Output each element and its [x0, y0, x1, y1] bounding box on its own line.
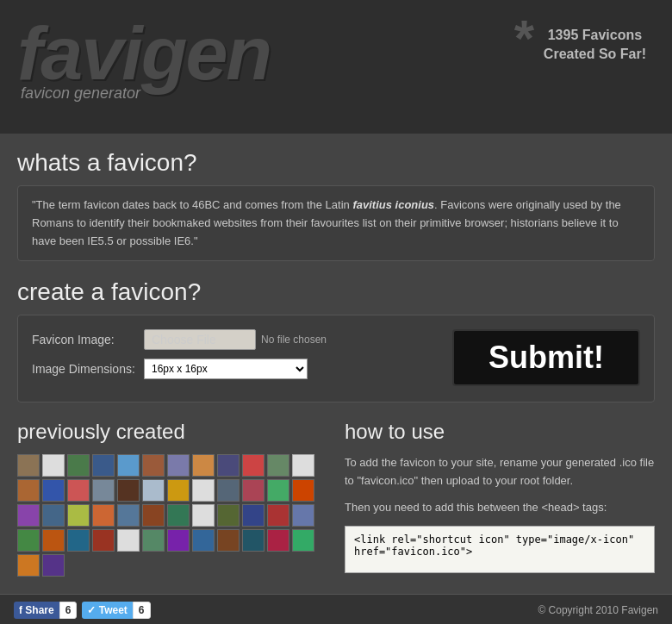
- create-favicon-section: Favicon Image: Choose File No file chose…: [17, 315, 655, 402]
- favicon-thumb[interactable]: [267, 454, 289, 477]
- social-buttons: f Share 6 ✓ Tweet 6: [14, 602, 151, 619]
- dimensions-select[interactable]: 16px x 16px 32px x 32px 64px x 64px: [144, 359, 308, 379]
- twitter-label[interactable]: ✓ Tweet: [82, 602, 132, 619]
- submit-button[interactable]: Submit!: [452, 329, 640, 386]
- asterisk-icon: *: [514, 9, 534, 68]
- favicon-thumb[interactable]: [192, 504, 215, 527]
- favicon-thumb[interactable]: [267, 504, 289, 527]
- favicon-thumb[interactable]: [142, 479, 165, 502]
- how-to-use-section: how to use To add the favicon to your si…: [345, 420, 655, 577]
- latin-term: favitius iconius: [352, 198, 434, 211]
- favicon-thumb[interactable]: [17, 504, 40, 527]
- footer: f Share 6 ✓ Tweet 6 © Copyright 2010 Fav…: [0, 594, 672, 624]
- how-to-step1: To add the favicon to your site, rename …: [345, 454, 655, 490]
- dimensions-controls: 16px x 16px 32px x 32px 64px x 64px: [144, 359, 452, 379]
- favicon-thumb[interactable]: [42, 554, 65, 577]
- favicon-thumb[interactable]: [117, 454, 140, 477]
- favicon-thumb[interactable]: [167, 454, 190, 477]
- favicon-thumb[interactable]: [242, 529, 264, 552]
- favicon-thumb[interactable]: [192, 529, 215, 552]
- whats-favicon-title: whats a favicon?: [17, 149, 655, 177]
- favicon-thumb[interactable]: [42, 479, 65, 502]
- favicon-thumb[interactable]: [67, 454, 90, 477]
- favicon-counter: 1395 Favicons Created So Far!: [544, 26, 646, 65]
- favicon-thumb[interactable]: [267, 479, 289, 502]
- favicon-thumb[interactable]: [167, 504, 190, 527]
- favicon-thumb[interactable]: [242, 504, 264, 527]
- favicon-thumb[interactable]: [242, 454, 264, 477]
- choose-file-button[interactable]: Choose File: [144, 329, 256, 350]
- subtitle: favicon generator: [17, 84, 655, 103]
- favicon-thumb[interactable]: [17, 479, 40, 502]
- favicon-thumb[interactable]: [217, 529, 240, 552]
- favicon-thumb[interactable]: [92, 529, 115, 552]
- favicon-thumb[interactable]: [167, 479, 190, 502]
- form-submit-row: Favicon Image: Choose File No file chose…: [32, 329, 640, 388]
- favicon-thumb[interactable]: [117, 504, 140, 527]
- favicon-image-row: Favicon Image: Choose File No file chose…: [32, 329, 452, 350]
- favicon-thumb[interactable]: [142, 529, 165, 552]
- form-fields: Favicon Image: Choose File No file chose…: [32, 329, 452, 388]
- counter-line1: 1395 Favicons: [548, 28, 642, 42]
- header: favigen favicon generator * 1395 Favicon…: [0, 0, 672, 134]
- favicon-thumb[interactable]: [92, 504, 115, 527]
- favicon-thumb[interactable]: [217, 454, 240, 477]
- favicon-thumb[interactable]: [167, 529, 190, 552]
- dimensions-label: Image Dimensions:: [32, 362, 144, 376]
- create-favicon-title: create a favicon?: [17, 278, 655, 306]
- how-to-step2: Then you need to add this between the <h…: [345, 499, 655, 517]
- copyright-text: © Copyright 2010 Favigen: [538, 604, 658, 616]
- favicon-thumb[interactable]: [92, 479, 115, 502]
- file-input-controls: Choose File No file chosen: [144, 329, 452, 350]
- favicon-thumb[interactable]: [17, 529, 40, 552]
- favicon-thumb[interactable]: [292, 479, 314, 502]
- favicon-thumb[interactable]: [67, 504, 90, 527]
- how-to-use-title: how to use: [345, 420, 655, 444]
- favicon-thumb[interactable]: [42, 504, 65, 527]
- favicon-thumbnail-grid: [17, 454, 327, 577]
- favicon-thumb[interactable]: [67, 479, 90, 502]
- twitter-tweet-button[interactable]: ✓ Tweet 6: [82, 602, 150, 619]
- favicon-thumb[interactable]: [217, 504, 240, 527]
- favicon-thumb[interactable]: [142, 454, 165, 477]
- facebook-count: 6: [59, 602, 78, 619]
- favicon-thumb[interactable]: [92, 454, 115, 477]
- favicon-thumb[interactable]: [67, 529, 90, 552]
- image-dimensions-row: Image Dimensions: 16px x 16px 32px x 32p…: [32, 359, 452, 379]
- favicon-thumb[interactable]: [17, 554, 40, 577]
- favicon-thumb[interactable]: [192, 479, 215, 502]
- counter-line2: Created So Far!: [544, 47, 646, 61]
- description-prefix: "The term favicon dates back to 46BC and…: [32, 198, 352, 211]
- favicon-thumb[interactable]: [292, 529, 314, 552]
- favicon-thumb[interactable]: [42, 529, 65, 552]
- whats-favicon-description: "The term favicon dates back to 46BC and…: [17, 185, 655, 261]
- favicon-thumb[interactable]: [192, 454, 215, 477]
- previously-created-title: previously created: [17, 420, 327, 444]
- facebook-share-button[interactable]: f Share 6: [14, 602, 77, 619]
- favicon-thumb[interactable]: [217, 479, 240, 502]
- favicon-thumb[interactable]: [42, 454, 65, 477]
- favicon-thumb[interactable]: [17, 454, 40, 477]
- code-snippet[interactable]: <link rel="shortcut icon" type="image/x-…: [345, 526, 655, 573]
- favicon-thumb[interactable]: [242, 479, 264, 502]
- file-name-display: No file chosen: [261, 334, 327, 346]
- previously-created-section: previously created: [17, 420, 327, 577]
- favicon-thumb[interactable]: [267, 529, 289, 552]
- favicon-thumb[interactable]: [142, 504, 165, 527]
- favicon-thumb[interactable]: [117, 479, 140, 502]
- facebook-label[interactable]: f Share: [14, 602, 59, 619]
- favicon-image-label: Favicon Image:: [32, 333, 144, 346]
- main-content: whats a favicon? "The term favicon dates…: [0, 134, 672, 594]
- favicon-thumb[interactable]: [292, 454, 314, 477]
- bottom-section: previously created how to use To add the…: [17, 420, 655, 577]
- twitter-count: 6: [133, 602, 151, 619]
- favicon-thumb[interactable]: [117, 529, 140, 552]
- favicon-thumb[interactable]: [292, 504, 314, 527]
